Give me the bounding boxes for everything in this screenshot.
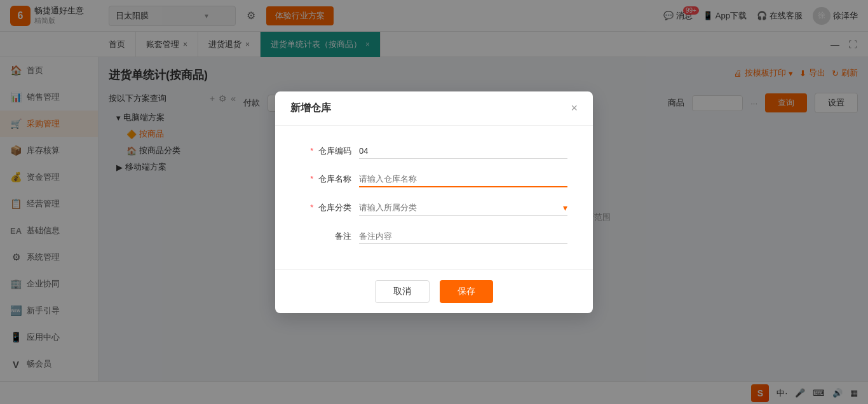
category-required-mark: *	[310, 203, 313, 212]
form-row-code: * 仓库编码	[301, 144, 567, 159]
category-select-input[interactable]	[359, 203, 563, 212]
note-label: 备注	[301, 231, 351, 242]
category-dropdown-icon[interactable]: ▾	[563, 203, 567, 213]
cancel-button[interactable]: 取消	[375, 280, 430, 303]
name-required-mark: *	[310, 174, 313, 184]
dialog-overlay[interactable]: 新增仓库 × * 仓库编码 * 仓库名称	[0, 0, 868, 404]
dialog-footer: 取消 保存	[275, 269, 593, 313]
code-required-mark: *	[310, 146, 313, 156]
warehouse-code-input[interactable]	[359, 144, 567, 159]
form-row-note: 备注	[301, 229, 567, 244]
form-row-category: * 仓库分类 ▾	[301, 200, 567, 216]
warehouse-name-input[interactable]	[359, 172, 567, 187]
category-label: * 仓库分类	[301, 202, 351, 213]
dialog-close-icon[interactable]: ×	[571, 102, 578, 114]
form-row-name: * 仓库名称	[301, 172, 567, 187]
code-label: * 仓库编码	[301, 145, 351, 157]
new-warehouse-dialog: 新增仓库 × * 仓库编码 * 仓库名称	[275, 91, 593, 313]
save-button[interactable]: 保存	[440, 280, 493, 303]
note-input[interactable]	[359, 229, 567, 244]
dialog-title: 新增仓库	[290, 102, 331, 115]
dialog-body: * 仓库编码 * 仓库名称 * 仓库分类	[275, 126, 593, 269]
category-select-wrapper[interactable]: ▾	[359, 200, 567, 216]
name-label: * 仓库名称	[301, 173, 351, 185]
dialog-header: 新增仓库 ×	[275, 91, 593, 126]
